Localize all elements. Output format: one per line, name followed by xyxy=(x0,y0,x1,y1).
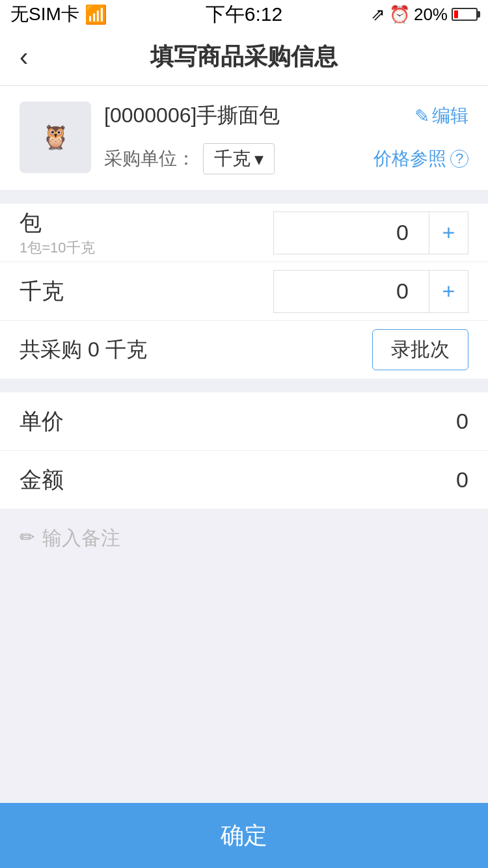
status-time: 下午6:12 xyxy=(206,1,282,28)
note-area[interactable]: ✏ 输入备注 xyxy=(0,509,488,614)
note-placeholder: 输入备注 xyxy=(42,525,120,552)
unit-price-row: 单价 0 xyxy=(0,392,488,451)
unit-row: 采购单位： 千克 ▾ 价格参照 ? xyxy=(104,143,468,174)
location-icon: ⇗ xyxy=(371,5,385,25)
bao-input-group: + xyxy=(273,211,468,254)
edit-label: 编辑 xyxy=(432,103,468,128)
product-name: [0000006]手撕面包 xyxy=(104,102,280,130)
kg-plus-button[interactable]: + xyxy=(429,270,468,313)
bao-label: 包 xyxy=(20,208,98,238)
summary-text: 共采购 0 千克 xyxy=(20,336,147,364)
product-image: 🦉 xyxy=(20,102,91,173)
summary-row: 共采购 0 千克 录批次 xyxy=(0,321,488,379)
bao-input-row: 包 1包=10千克 + xyxy=(0,204,488,262)
status-carrier: 无SIM卡 📶 xyxy=(10,2,107,27)
bao-sublabel: 1包=10千克 xyxy=(20,238,98,258)
product-logo: 🦉 xyxy=(41,124,70,151)
bao-input[interactable] xyxy=(273,211,429,254)
alarm-icon: ⏰ xyxy=(389,5,410,25)
amount-label: 金额 xyxy=(20,465,64,495)
edit-icon: ✎ xyxy=(414,105,429,127)
kg-input-row: 千克 + xyxy=(0,262,488,321)
page-title: 填写商品采购信息 xyxy=(150,41,338,73)
confirm-button[interactable]: 确定 xyxy=(0,803,488,868)
unit-price-value: 0 xyxy=(456,409,468,434)
unit-label-group: 采购单位： 千克 ▾ xyxy=(104,143,275,174)
unit-label-text: 采购单位： xyxy=(104,146,195,171)
info-section: 单价 0 金额 0 xyxy=(0,392,488,509)
content-area: 🦉 [0000006]手撕面包 ✎ 编辑 采购单位： 千克 ▾ xyxy=(0,86,488,679)
section-separator-1 xyxy=(0,191,488,204)
price-ref-label: 价格参照 xyxy=(373,146,446,171)
battery-icon xyxy=(452,8,478,21)
input-section: 包 1包=10千克 + 千克 + xyxy=(0,204,488,321)
amount-value: 0 xyxy=(456,467,468,493)
amount-row: 金额 0 xyxy=(0,451,488,509)
back-chevron: ‹ xyxy=(20,42,28,71)
bao-plus-button[interactable]: + xyxy=(429,211,468,254)
price-ref-link[interactable]: 价格参照 ? xyxy=(373,146,468,171)
product-name-row: [0000006]手撕面包 ✎ 编辑 xyxy=(104,102,468,130)
battery-text: 20% xyxy=(414,5,448,25)
unit-value: 千克 xyxy=(214,146,251,171)
edit-link[interactable]: ✎ 编辑 xyxy=(414,103,468,128)
status-bar: 无SIM卡 📶 下午6:12 ⇗ ⏰ 20% xyxy=(0,0,488,29)
price-ref-help-icon: ? xyxy=(450,150,468,168)
kg-label-group: 千克 xyxy=(20,277,98,306)
pencil-icon: ✏ xyxy=(20,526,34,548)
bao-label-group: 包 1包=10千克 xyxy=(20,208,98,258)
product-info: [0000006]手撕面包 ✎ 编辑 采购单位： 千克 ▾ 价格参照 ? xyxy=(104,102,468,174)
product-card: 🦉 [0000006]手撕面包 ✎ 编辑 采购单位： 千克 ▾ xyxy=(0,86,488,191)
batch-button[interactable]: 录批次 xyxy=(372,329,468,370)
dropdown-arrow: ▾ xyxy=(254,148,264,170)
wifi-icon: 📶 xyxy=(85,4,107,25)
carrier-text: 无SIM卡 xyxy=(10,2,79,27)
status-right: ⇗ ⏰ 20% xyxy=(371,5,478,25)
kg-input[interactable] xyxy=(273,270,429,313)
unit-select[interactable]: 千克 ▾ xyxy=(203,143,275,174)
kg-input-group: + xyxy=(273,270,468,313)
section-separator-2 xyxy=(0,379,488,392)
nav-bar: ‹ 填写商品采购信息 xyxy=(0,29,488,86)
back-button[interactable]: ‹ xyxy=(20,42,28,72)
unit-price-label: 单价 xyxy=(20,407,64,437)
kg-label: 千克 xyxy=(20,277,98,306)
